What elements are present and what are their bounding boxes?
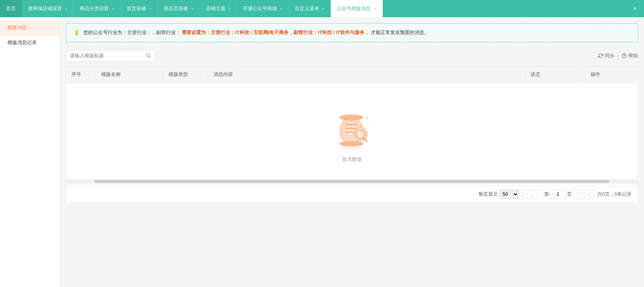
col-header-status: 状态 <box>526 67 585 82</box>
help-button[interactable]: 帮助 <box>622 52 638 59</box>
search-input[interactable] <box>66 50 142 61</box>
last-page-button[interactable]: » <box>585 189 594 199</box>
first-page-button[interactable]: « <box>522 189 531 199</box>
notice-icon: 💡 <box>74 30 80 35</box>
total-info: 共0页，0条记录 <box>597 191 632 198</box>
nav-item-1[interactable]: 微商城店铺设置× <box>22 0 74 17</box>
nav-close-btn-5[interactable]: × <box>228 6 231 11</box>
data-table: 序号 模版名称 模版类型 消息内容 状态 操作 <box>66 66 638 203</box>
notice-text-before: 您的公众号行业为：主营行业：，副营行业： <box>83 30 181 35</box>
page-number-input[interactable] <box>551 189 566 199</box>
next-page-button[interactable]: › <box>573 189 583 199</box>
nav-close-btn-4[interactable]: × <box>191 6 193 11</box>
sync-label: 同步 <box>605 52 614 59</box>
top-navigation: 首页微商城店铺设置×商品分类设置×首页装修×商品页装修×店铺主题×开通公众号商城… <box>0 0 644 17</box>
svg-point-17 <box>341 145 362 149</box>
notice-text-after: 才能正常发送预置的消息。 <box>371 30 429 35</box>
prev-page-button[interactable]: ‹ <box>533 189 543 199</box>
content-area: 💡 您的公众号行业为：主营行业：，副营行业： 需要设置为：主营行业：IT科技 /… <box>60 17 644 287</box>
search-button[interactable] <box>142 50 155 61</box>
main-layout: 模版消息模版消息记录 💡 您的公众号行业为：主营行业：，副营行业： 需要设置为：… <box>0 17 644 287</box>
page-prefix-label: 第 <box>544 191 549 198</box>
sidebar-item-1[interactable]: 模版消息记录 <box>0 35 59 50</box>
col-header-type: 模版类型 <box>163 67 208 82</box>
nav-close-btn-8[interactable]: × <box>374 6 376 11</box>
col-header-action: 操作 <box>585 67 638 82</box>
scrollbar-thumb[interactable] <box>95 180 609 183</box>
page-size-dropdown[interactable]: 50 10 20 100 <box>499 189 519 199</box>
nav-close-btn-6[interactable]: × <box>280 6 282 11</box>
page-input-wrap: 第 页 <box>544 189 572 199</box>
nav-item-4[interactable]: 商品页装修× <box>158 0 200 17</box>
page-size-select: 每页显示 50 10 20 100 <box>478 189 519 199</box>
help-label: 帮助 <box>628 52 638 59</box>
col-header-content: 消息内容 <box>208 67 526 82</box>
toolbar-right: 同步 | 帮助 <box>598 52 638 59</box>
svg-line-1 <box>150 57 151 58</box>
page-unit-label: 页 <box>567 191 572 198</box>
page-navigation: « ‹ 第 页 › » <box>522 189 594 199</box>
empty-text: 暂无数据 <box>342 156 362 163</box>
sync-button[interactable]: 同步 <box>598 52 614 59</box>
nav-close-btn-1[interactable]: × <box>65 6 67 11</box>
col-header-index: 序号 <box>66 67 96 82</box>
svg-point-5 <box>339 115 363 120</box>
horizontal-scrollbar[interactable] <box>66 179 638 184</box>
toolbar-divider: | <box>617 53 619 58</box>
nav-item-3[interactable]: 首页装修× <box>121 0 158 17</box>
notice-box: 💡 您的公众号行业为：主营行业：，副营行业： 需要设置为：主营行业：IT科技 /… <box>66 23 638 42</box>
nav-item-7[interactable]: 自定义菜单× <box>289 0 331 17</box>
nav-item-0[interactable]: 首页 <box>0 0 22 17</box>
nav-item-8[interactable]: 公众号模版消息× <box>331 0 382 17</box>
nav-item-2[interactable]: 商品分类设置× <box>74 0 120 17</box>
table-header: 序号 模版名称 模版类型 消息内容 状态 操作 <box>66 67 638 83</box>
col-header-name: 模版名称 <box>96 67 163 82</box>
sidebar: 模版消息模版消息记录 <box>0 17 60 287</box>
page-size-label: 每页显示 <box>478 191 498 198</box>
pagination: 每页显示 50 10 20 100 « ‹ <box>66 185 638 203</box>
window-close-button[interactable]: × <box>626 0 644 17</box>
svg-point-16 <box>364 114 366 115</box>
svg-point-13 <box>357 131 360 134</box>
sidebar-item-0[interactable]: 模版消息 <box>0 20 59 35</box>
nav-close-btn-3[interactable]: × <box>149 6 151 11</box>
empty-icon <box>330 105 375 150</box>
search-input-wrapper <box>66 50 155 62</box>
svg-point-15 <box>369 122 371 124</box>
nav-close-btn-7[interactable]: × <box>322 6 324 11</box>
notice-text-highlight: 需要设置为：主营行业：IT科技 / 互联网|电子商务，副营行业：IT科技 / I… <box>182 30 369 35</box>
search-bar: 同步 | 帮助 <box>66 50 638 62</box>
nav-item-6[interactable]: 开通公众号商城× <box>237 0 289 17</box>
empty-state: 暂无数据 <box>66 83 638 178</box>
nav-item-5[interactable]: 店铺主题× <box>200 0 237 17</box>
nav-close-btn-2[interactable]: × <box>112 6 114 11</box>
svg-point-14 <box>366 117 368 119</box>
